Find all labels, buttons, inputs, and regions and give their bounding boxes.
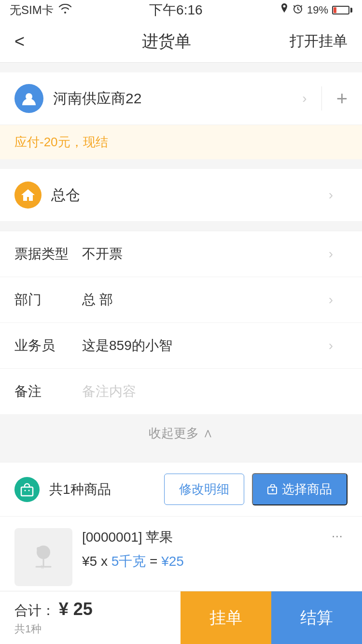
bill-type-value: 不开票 xyxy=(82,245,329,263)
section-gap-3 xyxy=(0,221,362,231)
svg-point-4 xyxy=(28,490,30,491)
status-left: 无SIM卡 xyxy=(10,2,72,18)
unit-price: ¥5 xyxy=(82,554,97,569)
svg-point-7 xyxy=(37,547,41,551)
section-gap-2 xyxy=(0,159,362,169)
section-gap-1 xyxy=(0,63,362,72)
department-chevron-icon: › xyxy=(329,292,333,308)
product-section: 共1种商品 修改明细 选择商品 智+ [0000001] 苹果 ¥5 x xyxy=(0,462,362,598)
supplier-chevron-icon: › xyxy=(302,91,306,106)
product-name: [0000001] 苹果 xyxy=(82,528,317,546)
total-section: 合计： ¥ 25 共1种 xyxy=(0,599,181,636)
department-label: 部门 xyxy=(14,291,82,309)
battery-icon xyxy=(332,6,352,14)
alarm-icon xyxy=(292,3,303,17)
shopping-bag-icon xyxy=(20,482,34,497)
notice-bar: 应付-20元，现结 xyxy=(0,125,362,159)
supplier-name: 河南供应商22 xyxy=(53,89,302,109)
carrier-text: 无SIM卡 xyxy=(10,2,54,18)
settle-button[interactable]: 结算 xyxy=(271,591,362,644)
modify-detail-button[interactable]: 修改明细 xyxy=(164,474,244,505)
svg-rect-2 xyxy=(21,487,33,496)
back-button[interactable]: < xyxy=(14,31,43,52)
product-default-icon: 智+ xyxy=(27,540,60,574)
remark-label: 备注 xyxy=(14,382,82,401)
total-label: 合计： xyxy=(14,603,55,618)
warehouse-section: 总仓 › xyxy=(0,169,362,221)
svg-point-3 xyxy=(25,490,26,491)
warehouse-icon xyxy=(14,182,42,209)
location-icon xyxy=(280,3,289,17)
remark-input[interactable]: 备注内容 xyxy=(82,382,348,401)
wifi-icon xyxy=(58,4,72,16)
product-item: 智+ [0000001] 苹果 ¥5 x 5千克 = ¥25 ··· xyxy=(0,516,362,598)
svg-rect-5 xyxy=(268,487,277,494)
add-supplier-button[interactable]: + xyxy=(336,88,348,110)
department-value: 总 部 xyxy=(82,291,329,309)
total-amount: ¥ 25 xyxy=(59,599,93,619)
total-row: 合计： ¥ 25 xyxy=(14,599,166,620)
supplier-avatar xyxy=(14,84,43,113)
line-total: ¥25 xyxy=(161,554,184,569)
bottom-bar: 合计： ¥ 25 共1种 挂单 结算 xyxy=(0,591,362,644)
warehouse-chevron-icon: › xyxy=(329,187,333,203)
nav-bar: < 进货单 打开挂单 xyxy=(0,20,362,63)
status-right: 19% xyxy=(280,3,352,17)
bill-type-row[interactable]: 票据类型 不开票 › xyxy=(0,231,362,277)
product-price: ¥5 x 5千克 = ¥25 xyxy=(82,552,317,571)
sales-rep-row[interactable]: 业务员 这是859的小智 › xyxy=(0,322,362,368)
warehouse-name: 总仓 xyxy=(51,185,329,205)
status-time: 下午6:16 xyxy=(149,1,203,19)
product-thumbnail: 智+ xyxy=(14,528,72,586)
section-gap-4 xyxy=(0,452,362,462)
product-more-button[interactable]: ··· xyxy=(327,528,348,586)
form-section: 票据类型 不开票 › 部门 总 部 › 业务员 这是859的小智 › 备注 备注… xyxy=(0,231,362,414)
hang-order-button[interactable]: 挂单 xyxy=(181,591,271,644)
sales-rep-label: 业务员 xyxy=(14,336,82,355)
bill-type-chevron-icon: › xyxy=(329,246,333,262)
supplier-section: 河南供应商22 › + 应付-20元，现结 xyxy=(0,72,362,159)
bill-type-label: 票据类型 xyxy=(14,245,82,263)
warehouse-row[interactable]: 总仓 › xyxy=(0,169,362,221)
select-product-label: 选择商品 xyxy=(282,481,332,498)
remark-row[interactable]: 备注 备注内容 xyxy=(0,368,362,414)
house-icon xyxy=(20,187,36,203)
collapse-button[interactable]: 收起更多 ∧ xyxy=(0,414,362,452)
open-hang-button[interactable]: 打开挂单 xyxy=(290,31,348,51)
page-title: 进货单 xyxy=(142,30,191,53)
product-cart-icon xyxy=(14,477,40,502)
select-product-button[interactable]: 选择商品 xyxy=(252,473,348,505)
product-count-text: 共1种商品 xyxy=(49,480,164,499)
product-info: [0000001] 苹果 ¥5 x 5千克 = ¥25 xyxy=(82,528,317,586)
sales-rep-value: 这是859的小智 xyxy=(82,336,329,355)
product-header: 共1种商品 修改明细 选择商品 xyxy=(0,462,362,516)
quantity: 5千克 xyxy=(111,554,146,569)
department-row[interactable]: 部门 总 部 › xyxy=(0,277,362,322)
cart-icon xyxy=(267,484,278,495)
supplier-row[interactable]: 河南供应商22 › + xyxy=(0,72,362,125)
divider xyxy=(321,86,322,111)
status-bar: 无SIM卡 下午6:16 19% xyxy=(0,0,362,20)
svg-text:智+: 智+ xyxy=(41,565,47,569)
total-count: 共1种 xyxy=(14,622,166,636)
battery-percent: 19% xyxy=(307,4,328,16)
sales-rep-chevron-icon: › xyxy=(329,338,333,353)
person-icon xyxy=(20,90,38,107)
